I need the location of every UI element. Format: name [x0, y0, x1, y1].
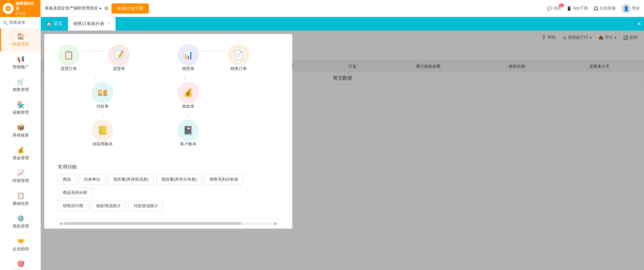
experience-btn[interactable]: 体验行业方案	[111, 3, 149, 14]
common-btn-sales-rank[interactable]: 销售排行榜	[58, 201, 88, 211]
sidebar-item-label: 营销推广	[13, 64, 29, 70]
topbar-icons: 💬 消息 6 📱 App下载 🎧 在线客服 👤 用友	[547, 4, 640, 13]
receipt-bill-icon: 💰	[183, 88, 193, 97]
tab-label: 销售订单执行表	[73, 21, 104, 27]
sales-bill-circle[interactable]: 📊	[177, 44, 199, 66]
flow-purchase-order: 📋 进货订单	[58, 44, 80, 72]
sidebar-item-label: 系统管理	[13, 223, 29, 229]
sales-order-label: 销售订单	[230, 66, 247, 72]
sidebar-item-basic-info[interactable]: 📋 基础信息	[0, 188, 40, 211]
flow-sales-bill: 📊 销货单	[177, 44, 199, 72]
tabs-bar: 🏠 首页 销售订单执行表 × ✕	[41, 17, 644, 31]
logo-icon: 畅	[3, 3, 14, 14]
main-area: 装备及固定资产辅助管理系统 ▾ ⚙ 体验行业方案 💬 消息 6 📱 App下载 …	[41, 0, 644, 270]
common-btn-stock-status[interactable]: 现存量(库存状况表)	[108, 174, 154, 185]
common-btn-payment-stat[interactable]: 付款情况统计	[128, 201, 163, 211]
sidebar-item-quick-nav[interactable]: 🏠 快捷导航	[0, 29, 40, 51]
sidebar: 畅 畅康通好生意 标准版 🔍 搜索菜单 🏠 快捷导航 📢 营销推广 🛒 销售管理…	[0, 0, 41, 270]
download-icon: 📱	[567, 6, 572, 11]
flow-purchase-bill: 📝 进货单	[108, 44, 130, 72]
scroll-left-btn[interactable]: ◀	[58, 221, 64, 226]
logo-title: 畅康通好生意	[16, 1, 38, 11]
dropdown-icon: ▾	[99, 6, 101, 11]
sidebar-item-label: 快捷导航	[13, 41, 29, 47]
sidebar-item-enterprise[interactable]: 🤝 企业协同	[0, 233, 40, 256]
sales-order-icon: 📄	[233, 50, 244, 60]
common-btn-stock-dist[interactable]: 现存量(库存分布表)	[156, 174, 202, 185]
common-btn-goods-profit[interactable]: 商品毛利分析	[58, 187, 92, 198]
sidebar-item-label: 资金管理	[13, 155, 29, 161]
user-label: 用友	[632, 5, 640, 11]
message-badge: 6	[559, 3, 564, 7]
payment-bill-circle[interactable]: 💴	[92, 82, 114, 104]
tab-home[interactable]: 🏠 首页	[41, 17, 68, 31]
purchase-bill-circle[interactable]: 📝	[108, 44, 130, 66]
avatar-icon: 👤	[623, 6, 629, 11]
scroll-track[interactable]	[64, 222, 273, 225]
flow-payment-bill: 💴 付款单	[92, 82, 114, 109]
receipt-bill-circle[interactable]: 💰	[177, 82, 199, 104]
sidebar-item-label: 销售管理	[13, 87, 29, 93]
common-btn-sales-profit[interactable]: 销售毛利分析表	[205, 174, 243, 185]
settings-icon[interactable]: ⚙	[104, 5, 109, 12]
modal-overlay: 📋 进货订单 → 📝	[41, 31, 644, 270]
arrow-purchase: →	[82, 49, 105, 67]
customer-ledger-icon: 📓	[183, 126, 193, 135]
sidebar-item-finance[interactable]: 💰 资金管理	[0, 142, 40, 165]
purchase-icon: 🏪	[17, 101, 24, 108]
common-buttons-row: 商品 往来单位 现存量(库存状况表) 现存量(库存分布表) 销售毛利分析表 商品…	[58, 174, 279, 198]
arrow-sales: ←	[202, 49, 225, 67]
sidebar-logo: 畅 畅康通好生意 标准版	[0, 0, 40, 17]
quick-nav-icon: 🏠	[17, 33, 24, 40]
close-all-tabs-btn[interactable]: ✕	[637, 21, 641, 27]
enterprise-icon: 🤝	[17, 237, 24, 245]
sidebar-item-label: 基础信息	[13, 201, 29, 206]
purchase-order-icon: 📋	[64, 50, 74, 60]
sidebar-menu: 🏠 快捷导航 📢 营销推广 🛒 销售管理 🏪 采购管理 📦 库存核算 💰 资金管…	[0, 29, 40, 270]
message-btn[interactable]: 💬 消息 6	[547, 5, 561, 11]
home-tab-label: 首页	[54, 21, 63, 27]
scroll-right-btn[interactable]: ▶	[273, 221, 279, 226]
purchase-bill-label: 进货单	[113, 66, 125, 72]
marketing-icon: 📢	[17, 55, 24, 63]
flow-receipt-bill: 💰 收款单	[177, 82, 199, 109]
app-download-label: App下载	[573, 5, 588, 11]
tab-sales-execution[interactable]: 销售订单执行表 ×	[68, 17, 116, 31]
sales-order-circle[interactable]: 📄	[228, 44, 249, 66]
supplier-ledger-icon: 📒	[98, 126, 108, 135]
home-icon: 🏠	[46, 21, 52, 26]
finance-icon: 💰	[17, 146, 24, 154]
tab-close-btn[interactable]: ×	[108, 21, 110, 26]
svg-text:畅: 畅	[6, 7, 10, 10]
common-btn-units[interactable]: 往来单位	[79, 174, 105, 185]
search-menu[interactable]: 🔍 搜索菜单	[0, 17, 40, 29]
common-btn-goods[interactable]: 商品	[58, 174, 76, 185]
common-btn-receipt-stat[interactable]: 收款情况统计	[91, 201, 126, 211]
sidebar-item-guide[interactable]: 🎯 新手引导	[0, 256, 40, 270]
operations-icon: 📈	[17, 169, 24, 177]
inventory-icon: 📦	[17, 124, 24, 131]
sidebar-item-marketing[interactable]: 📢 营销推广	[0, 51, 40, 74]
sales-icon: 🛒	[17, 78, 24, 86]
system-title: 装备及固定资产辅助管理系统 ▾	[45, 5, 101, 11]
supplier-ledger-label: 供应商账本	[92, 141, 113, 147]
purchase-order-label: 进货订单	[60, 66, 77, 72]
purchase-order-circle[interactable]: 📋	[58, 44, 80, 66]
app-download-btn[interactable]: 📱 App下载	[567, 5, 588, 11]
sidebar-item-purchase[interactable]: 🏪 采购管理	[0, 97, 40, 120]
sidebar-item-label: 库存核算	[13, 132, 29, 138]
flow-supplier-ledger: 📒 供应商账本	[92, 120, 114, 147]
topbar: 装备及固定资产辅助管理系统 ▾ ⚙ 体验行业方案 💬 消息 6 📱 App下载 …	[41, 0, 644, 17]
sidebar-item-operations[interactable]: 📈 经营管理	[0, 165, 40, 188]
sidebar-item-system[interactable]: ⚙️ 系统管理	[0, 211, 40, 233]
headset-icon: 🎧	[593, 6, 598, 11]
supplier-ledger-circle[interactable]: 📒	[92, 120, 114, 141]
online-service-btn[interactable]: 🎧 在线客服	[593, 5, 616, 11]
payment-bill-label: 付款单	[97, 104, 109, 109]
sidebar-item-sales[interactable]: 🛒 销售管理	[0, 74, 40, 97]
sidebar-item-label: 经营管理	[13, 178, 29, 184]
customer-ledger-circle[interactable]: 📓	[177, 120, 199, 141]
guide-icon: 🎯	[17, 260, 24, 268]
user-menu[interactable]: 👤 用友	[621, 4, 640, 13]
sidebar-item-inventory[interactable]: 📦 库存核算	[0, 120, 40, 142]
